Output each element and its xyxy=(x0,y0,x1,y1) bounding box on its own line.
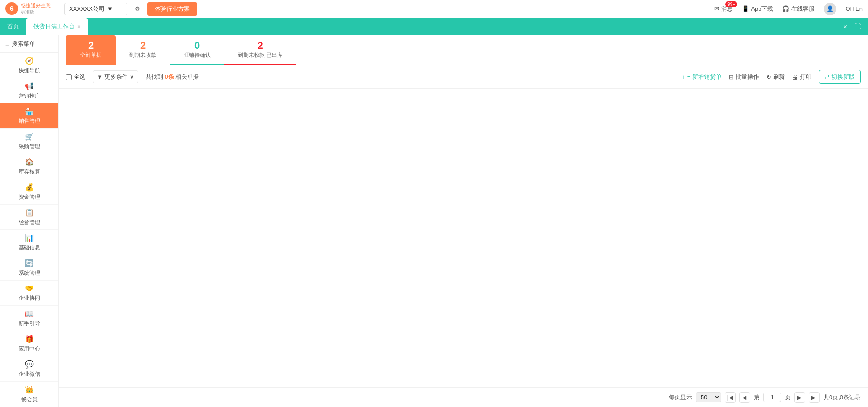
app-download-button[interactable]: 📱 App下载 xyxy=(742,5,773,13)
logo-text: 畅捷通好生意 xyxy=(21,2,51,9)
main-layout: ≡ 搜索菜单 🧭 快捷导航 📢 营销推广 🏪 销售管理 🛒 采购管理 🏠 库存核… xyxy=(0,35,868,407)
refresh-button[interactable]: ↻ 刷新 xyxy=(766,73,785,81)
filter-button[interactable]: ▼ 更多条件 ∨ xyxy=(93,70,138,83)
sidebar-item-label: 资金管理 xyxy=(19,193,40,201)
sidebar-item-marketing[interactable]: 📢 营销推广 xyxy=(0,78,58,103)
toolbar-right: + + 新增销货单 ⊞ 批量操作 ↻ 刷新 🖨 打印 ⇄ 切换新版 xyxy=(682,70,861,84)
sidebar-item-system[interactable]: 🔄 系统管理 xyxy=(0,255,58,281)
tab-actions: × ⛶ xyxy=(842,21,868,32)
switch-label: 切换新版 xyxy=(831,73,855,81)
sidebar-item-label: 系统管理 xyxy=(19,269,40,277)
sidebar-item-label: 经营管理 xyxy=(19,219,40,226)
add-sales-order-button[interactable]: + + 新增销货单 xyxy=(682,73,722,81)
top-header: 6 畅捷通好生意 标准版 XXXXXX公司 ▼ ⚙ 体验行业方案 ✉ 消息 99… xyxy=(0,0,868,18)
per-page-label: 每页显示 xyxy=(669,393,692,402)
found-prefix: 共找到 xyxy=(146,73,163,80)
stat-label-overdue: 到期未收款 xyxy=(129,51,156,59)
company-selector[interactable]: XXXXXX公司 ▼ xyxy=(64,3,127,15)
first-page-button[interactable]: |◀ xyxy=(725,392,736,403)
sidebar-item-label: 采购管理 xyxy=(19,143,40,150)
stat-tab-overdue[interactable]: 2 到期未收款 xyxy=(116,35,170,65)
logo-text-area: 畅捷通好生意 标准版 xyxy=(21,2,51,15)
sidebar: ≡ 搜索菜单 🧭 快捷导航 📢 营销推广 🏪 销售管理 🛒 采购管理 🏠 库存核… xyxy=(0,35,59,407)
stat-tab-all[interactable]: 2 全部单据 xyxy=(66,35,116,65)
phone-icon: 📱 xyxy=(742,5,749,12)
inventory-icon: 🏠 xyxy=(25,158,34,166)
sidebar-item-basic-info[interactable]: 📊 基础信息 xyxy=(0,230,58,255)
stat-label-all: 全部单据 xyxy=(80,51,102,59)
app-center-icon: 🎁 xyxy=(25,335,34,343)
stat-number-pending: 0 xyxy=(194,40,200,51)
per-page-select[interactable]: 50 10 20 100 xyxy=(696,392,721,402)
online-service-button[interactable]: 🎧 在线客服 xyxy=(782,5,815,13)
app-download-label: App下载 xyxy=(751,5,773,13)
tab-maximize-button[interactable]: ⛶ xyxy=(853,21,863,32)
sidebar-item-cooperation[interactable]: 🤝 企业协同 xyxy=(0,281,58,306)
content-area: 2 全部单据 2 到期未收款 0 旺铺待确认 2 到期未收款 已出库 全选 xyxy=(59,35,868,407)
print-button[interactable]: 🖨 打印 xyxy=(792,73,811,81)
page-label: 第 xyxy=(754,393,760,402)
sidebar-item-app-center[interactable]: 🎁 应用中心 xyxy=(0,331,58,356)
sidebar-search-label: 搜索菜单 xyxy=(12,40,35,48)
select-all-checkbox[interactable] xyxy=(66,74,72,80)
stat-label-pending: 旺铺待确认 xyxy=(184,51,211,59)
chevron-down-icon: ∨ xyxy=(130,74,134,80)
message-icon: ✉ xyxy=(714,5,719,12)
stat-tab-shipped[interactable]: 2 到期未收款 已出库 xyxy=(224,35,296,65)
filter-icon: ▼ xyxy=(97,74,103,80)
select-all-label: 全选 xyxy=(74,73,85,81)
stats-tabs: 2 全部单据 2 到期未收款 0 旺铺待确认 2 到期未收款 已出库 xyxy=(59,35,868,65)
logo-sub: 标准版 xyxy=(21,9,51,15)
sidebar-item-member[interactable]: 👑 畅会员 xyxy=(0,382,58,407)
pagination: 每页显示 50 10 20 100 |◀ ◀ 第 页 ▶ ▶| 共0页,0条记录 xyxy=(59,387,868,407)
sidebar-item-purchase[interactable]: 🛒 采购管理 xyxy=(0,129,58,154)
table-area xyxy=(59,89,868,387)
logo-area: 6 畅捷通好生意 标准版 xyxy=(5,2,64,15)
sidebar-item-operations[interactable]: 📋 经营管理 xyxy=(0,205,58,230)
sidebar-item-quick-nav[interactable]: 🧭 快捷导航 xyxy=(0,53,58,78)
page-label-end: 页 xyxy=(785,393,791,402)
switch-version-button[interactable]: ⇄ 切换新版 xyxy=(819,70,861,84)
tab-minimize-button[interactable]: × xyxy=(842,21,849,32)
member-icon: 👑 xyxy=(25,385,34,394)
stat-tab-pending[interactable]: 0 旺铺待确认 xyxy=(170,35,224,65)
found-count: 0条 xyxy=(165,73,174,80)
select-all-area[interactable]: 全选 xyxy=(66,73,85,81)
sidebar-item-label: 应用中心 xyxy=(19,345,40,353)
refresh-label: 刷新 xyxy=(773,73,785,81)
sidebar-item-label: 畅会员 xyxy=(21,396,38,403)
cooperation-icon: 🤝 xyxy=(25,284,34,293)
sidebar-search[interactable]: ≡ 搜索菜单 xyxy=(0,35,58,53)
message-button[interactable]: ✉ 消息 99+ xyxy=(714,5,733,13)
refresh-icon: ↻ xyxy=(766,74,771,80)
tab-home-label: 首页 xyxy=(7,23,19,31)
next-page-button[interactable]: ▶ xyxy=(794,392,805,403)
basic-info-icon: 📊 xyxy=(25,234,34,242)
experience-button[interactable]: 体验行业方案 xyxy=(147,2,197,16)
last-page-button[interactable]: ▶| xyxy=(809,392,820,403)
username-text: OfTEn xyxy=(845,5,863,12)
tab-home[interactable]: 首页 xyxy=(0,18,26,35)
stat-number-all: 2 xyxy=(88,40,94,51)
sidebar-item-sales[interactable]: 🏪 销售管理 xyxy=(0,103,58,129)
stat-number-overdue: 2 xyxy=(140,40,146,51)
sidebar-item-label: 库存核算 xyxy=(19,168,40,176)
found-text: 共找到 0条 相关单据 xyxy=(146,73,199,81)
stat-number-shipped: 2 xyxy=(258,40,263,51)
sidebar-item-inventory[interactable]: 🏠 库存核算 xyxy=(0,154,58,179)
tab-close-icon[interactable]: × xyxy=(77,23,80,30)
page-input[interactable] xyxy=(763,393,781,402)
sidebar-item-finance[interactable]: 💰 资金管理 xyxy=(0,179,58,205)
batch-operation-button[interactable]: ⊞ 批量操作 xyxy=(729,73,759,81)
sidebar-item-guide[interactable]: 📖 新手引导 xyxy=(0,306,58,331)
batch-label: 批量操作 xyxy=(736,73,759,81)
sidebar-item-wechat[interactable]: 💬 企业微信 xyxy=(0,356,58,382)
finance-icon: 💰 xyxy=(25,183,34,192)
wechat-icon: 💬 xyxy=(25,360,34,369)
settings-button[interactable]: ⚙ xyxy=(131,4,144,14)
prev-page-button[interactable]: ◀ xyxy=(739,392,750,403)
avatar[interactable]: 👤 xyxy=(824,3,836,15)
search-icon: ≡ xyxy=(5,41,9,47)
tab-active[interactable]: 钱货日清工作台 × xyxy=(26,18,88,35)
quick-nav-icon: 🧭 xyxy=(25,56,34,65)
